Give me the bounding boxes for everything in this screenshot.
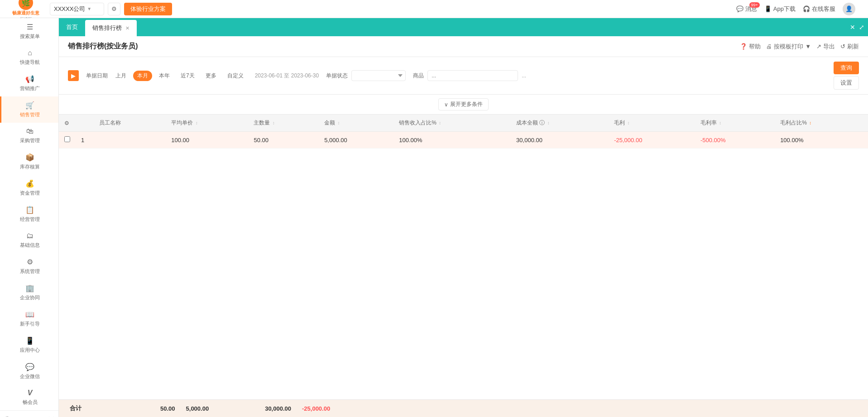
main-content: 销售排行榜(按业务员) ❓ 帮助 🖨 按模板打印 ▼ ↗ [59,36,868,417]
sidebar-collapse-icon[interactable]: ◀◀ [45,415,54,417]
trial-button[interactable]: 体验行业方案 [124,3,172,15]
goods-more-icon[interactable]: ... [522,72,526,79]
sidebar-label-member: 畅会员 [23,399,38,406]
sidebar-item-appcenter[interactable]: 📱 应用中心 [0,332,58,358]
td-cost: 30,000.00 [511,132,609,149]
date-btn-last-month[interactable]: 上月 [111,71,130,81]
sidebar-item-marketing[interactable]: 📢 营销推广 [0,70,58,96]
sidebar-item-sales[interactable]: 🛒 销售管理 [0,96,58,123]
status-filter-label: 单据状态 [326,72,348,80]
date-btn-custom[interactable]: 自定义 [223,71,248,81]
help-icon: ❓ [740,43,747,50]
member-icon: V [28,389,33,397]
sidebar: ☰ 搜索菜单 ⌂ 快捷导航 📢 营销推广 🛒 销售管理 🛍 采购管理 📦 库 [0,18,59,417]
expand-icon: ∨ [444,101,448,108]
message-badge: 99+ [749,2,760,8]
sidebar-item-system[interactable]: ⚙ 系统管理 [0,253,58,279]
user-avatar[interactable]: 👤 [843,3,855,15]
help-button[interactable]: ❓ 帮助 [740,43,761,51]
footer-label: 合计 [64,404,119,412]
date-btn-this-year[interactable]: 本年 [155,71,174,81]
sidebar-label-marketing: 营销推广 [20,85,40,92]
status-filter-select[interactable] [351,70,406,81]
td-avg-price: 100.00 [166,132,248,149]
template-print-button[interactable]: 🖨 按模板打印 ▼ [766,43,811,51]
goods-filter-section: 商品 ... [413,70,526,81]
company-selector[interactable]: XXXXX公司 ▼ [50,3,104,15]
sidebar-label-system: 系统管理 [20,268,40,275]
date-filter-label: 单据日期 [86,72,108,80]
app-label: App下载 [773,5,796,13]
filter-bar: ▶ 单据日期 上月 本月 本年 近7天 更多 自定义 2023-06 [59,57,868,95]
th-cost[interactable]: 成本全额 ⓘ ↕ [511,115,609,132]
th-avg-price[interactable]: 平均单价 ↕ [166,115,248,132]
settings-icon[interactable]: ⚙ [108,3,120,15]
content-header: 销售排行榜(按业务员) ❓ 帮助 🖨 按模板打印 ▼ ↗ [59,36,868,57]
tab-close-icon[interactable]: ✕ [125,25,129,31]
date-btn-7days[interactable]: 近7天 [177,71,199,81]
sidebar-label-guide: 新手引导 [20,321,40,327]
content-area: 首页 销售排行榜 ✕ ✕ ⤢ 销售排行榜(按业务员) ❓ [59,18,868,417]
date-btn-more[interactable]: 更多 [201,71,221,81]
table-container: ⚙ 员工名称 平均单价 ↕ 主数量 ↕ 金额 ↕ 销售收入占比% ↕ 成本全额 … [59,115,868,399]
td-checkbox[interactable] [59,132,76,149]
filter-toggle-button[interactable]: ▶ [68,70,79,81]
date-range-display: 2023-06-01 至 2023-06-30 [255,72,319,80]
message-button[interactable]: 💬 消息 99+ [736,5,757,13]
sidebar-item-inventory[interactable]: 📦 库存核算 [0,149,58,175]
th-gross[interactable]: 毛利 ↕ [609,115,695,132]
row-checkbox[interactable] [64,136,70,142]
tab-right-buttons: ✕ ⤢ [850,24,868,31]
export-icon: ↗ [816,43,821,50]
sidebar-label-sales: 销售管理 [20,111,40,118]
refresh-label: 刷新 [847,43,859,51]
sidebar-item-enterprise[interactable]: 🏢 企业协同 [0,279,58,306]
td-qty: 50.00 [248,132,319,149]
sidebar-item-guide[interactable]: 📖 新手引导 [0,306,58,332]
expand-conditions-button[interactable]: ∨ 展开更多条件 [438,98,489,110]
th-qty[interactable]: 主数量 ↕ [248,115,319,132]
tab-home[interactable]: 首页 [59,18,85,36]
sidebar-item-search[interactable]: ☰ 搜索菜单 [0,18,58,44]
online-service-button[interactable]: 🎧 在线客服 [803,5,835,13]
td-name [94,132,166,149]
sidebar-item-operations[interactable]: 📋 经营管理 [0,201,58,227]
th-settings[interactable]: ⚙ [59,115,76,132]
status-filter-section: 单据状态 [326,70,406,81]
table-row: 1 100.00 50.00 5,000.00 100.00% 30,000.0… [59,132,868,149]
query-button[interactable]: 查询 [834,62,859,74]
header-actions: ❓ 帮助 🖨 按模板打印 ▼ ↗ 导出 ↺ [740,43,859,51]
appcenter-icon: 📱 [25,336,34,345]
sidebar-item-member[interactable]: V 畅会员 [0,384,58,410]
footer-amount: 5,000.00 [181,405,215,412]
sales-icon: 🛒 [25,101,34,110]
date-btn-this-month[interactable]: 本月 [133,71,152,81]
print-label: 按模板打印 [774,43,803,51]
goods-filter-input[interactable] [427,70,518,81]
purchase-icon: 🛍 [26,127,34,135]
expand-section: ∨ 展开更多条件 [59,95,868,115]
table-footer: 合计 50.00 5,000.00 30,000.00 -25,000.00 [59,399,868,417]
sidebar-gear-icon[interactable]: ⚙ [5,415,10,417]
company-name: XXXXX公司 [54,5,85,13]
sidebar-item-basicinfo[interactable]: 🗂 基础信息 [0,227,58,253]
message-icon: 💬 [736,5,743,12]
tab-sales-ranking[interactable]: 销售排行榜 ✕ [85,20,137,36]
th-gross-rate[interactable]: 毛利率 ↕ [695,115,775,132]
settings-button[interactable]: 设置 [834,76,859,90]
sidebar-item-quicknav[interactable]: ⌂ 快捷导航 [0,44,58,70]
sidebar-item-finance[interactable]: 💰 资金管理 [0,175,58,201]
home-icon: ⌂ [28,49,32,57]
sidebar-item-purchase[interactable]: 🛍 采购管理 [0,123,58,149]
th-sales-pct[interactable]: 销售收入占比% ↕ [393,115,511,132]
th-gross-pct[interactable]: 毛利占比% ↕ [775,115,868,132]
sidebar-item-wechat[interactable]: 💬 企业微信 [0,358,58,384]
sidebar-label-purchase: 采购管理 [20,137,40,144]
tab-maximize-icon[interactable]: ⤢ [859,24,864,31]
th-amount[interactable]: 金额 ↕ [319,115,393,132]
logo-icon: 🌿 [19,0,33,10]
refresh-button[interactable]: ↺ 刷新 [840,43,859,51]
app-download-button[interactable]: 📱 App下载 [764,5,796,13]
export-button[interactable]: ↗ 导出 [816,43,835,51]
tab-close-window-icon[interactable]: ✕ [850,24,855,31]
